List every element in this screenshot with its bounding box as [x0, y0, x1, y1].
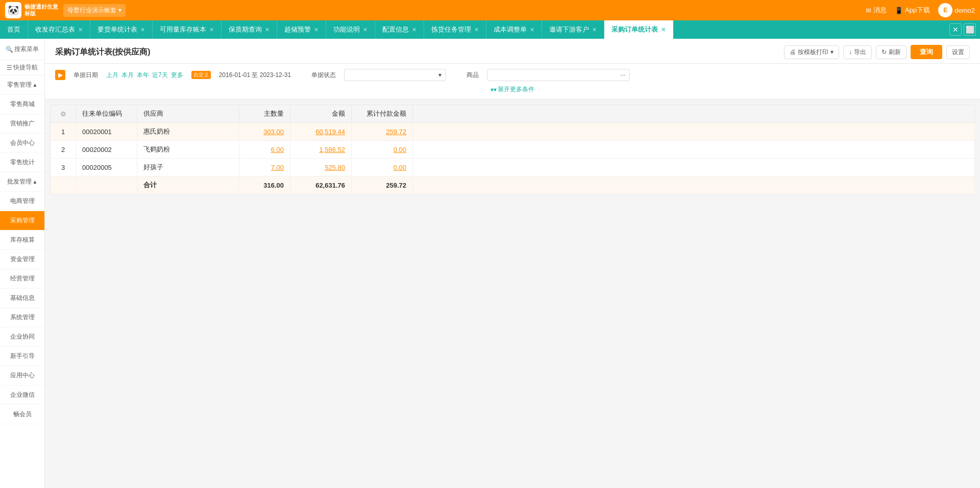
sidebar-item-member[interactable]: 会员中心 [0, 134, 44, 153]
query-button[interactable]: 查询 [911, 45, 942, 59]
tab-goods-stats[interactable]: 要货单统计表 ✕ [90, 20, 153, 39]
app-download-button[interactable]: 📱 App下载 [895, 6, 930, 15]
export-button[interactable]: ↓ 导出 [843, 45, 872, 59]
user-avatar-area[interactable]: E demo2 [938, 3, 975, 17]
app-icon: 📱 [895, 7, 903, 14]
tab-expiry-query[interactable]: 保质期查询 ✕ [222, 20, 277, 39]
expand-icon: ▾▾ [491, 86, 497, 93]
workspace-selector[interactable]: 母婴行业演示账套 ▾ [63, 4, 126, 17]
table-container: ⚙ 往来单位编码 供应商 主数量 金额 累计付款金额 1 00020001 惠氏… [45, 99, 980, 488]
sidebar-item-inventory[interactable]: 库存核算 [0, 230, 44, 250]
cell-num-1: 2 [51, 141, 76, 159]
close-tab-overstock-alert[interactable]: ✕ [314, 27, 318, 33]
cell-amount-0: 60,519.44 [290, 123, 352, 141]
maximize-button[interactable]: ⬜ [964, 23, 976, 36]
sidebar-item-app-center[interactable]: 应用中心 [0, 366, 44, 386]
sidebar-item-finance[interactable]: 资金管理 [0, 250, 44, 269]
print-button[interactable]: 🖨 按模板打印 ▾ [784, 45, 839, 59]
column-settings-icon[interactable]: ⚙ [60, 110, 66, 118]
cell-num-2: 3 [51, 159, 76, 176]
close-tab-config-info[interactable]: ✕ [412, 27, 416, 33]
tab-purchase-stats[interactable]: 采购订单统计表 ✕ [604, 20, 673, 39]
tab-available-stock[interactable]: 可用量库存账本 ✕ [153, 20, 222, 39]
cell-amount-2: 525.80 [290, 159, 352, 176]
close-tab-collect-pay[interactable]: ✕ [78, 27, 83, 33]
collapse-filter-button[interactable]: ▶ [55, 70, 65, 80]
close-tab-invite-customer[interactable]: ✕ [592, 27, 597, 33]
avatar-initials: E [943, 7, 947, 14]
search-menu-button[interactable]: 🔍 搜索菜单 [3, 43, 41, 56]
col-header-paid: 累计付款金额 [352, 105, 413, 123]
tab-cost-adjust[interactable]: 成本调整单 ✕ [486, 20, 542, 39]
table-row[interactable]: 2 00020002 飞鹤奶粉 6.00 1,586.52 0.00 [51, 141, 975, 159]
status-select[interactable]: ▾ [344, 69, 446, 81]
col-header-code: 往来单位编码 [76, 105, 137, 123]
sidebar-item-marketing[interactable]: 营销推广 [0, 114, 44, 134]
close-tab-func-desc[interactable]: ✕ [363, 27, 368, 33]
table-row[interactable]: 1 00020001 惠氏奶粉 303.00 60,519.44 259.72 [51, 123, 975, 141]
cell-qty-0: 303.00 [239, 123, 290, 141]
shortcut-last-month[interactable]: 上月 [106, 71, 118, 80]
table-row[interactable]: 3 00020005 好孩子 7.00 525.80 0.00 [51, 159, 975, 176]
tab-invite-customer[interactable]: 邀请下游客户 ✕ [542, 20, 604, 39]
sidebar-item-basic[interactable]: 基础信息 [0, 289, 44, 308]
quick-nav-button[interactable]: ☰ 快捷导航 [0, 60, 44, 75]
filter-expand-row: ▾▾ 展开更多条件 [55, 85, 970, 94]
tab-home[interactable]: 首页 [0, 20, 28, 39]
filter-row-1: ▶ 单据日期 上月 本月 本年 近7天 更多 自定义 2016-01-01 至 … [55, 69, 970, 81]
tab-config-info[interactable]: 配置信息 ✕ [375, 20, 424, 39]
refresh-button[interactable]: ↻ 刷新 [876, 45, 906, 59]
shortcut-more[interactable]: 更多 [171, 71, 183, 80]
tab-collect-pay[interactable]: 收发存汇总表 ✕ [28, 20, 90, 39]
close-tab-button[interactable]: ✕ [949, 23, 962, 36]
sidebar-item-wechat[interactable]: 企业微信 [0, 386, 44, 405]
sidebar-item-purchase[interactable]: 采购管理 [0, 211, 44, 230]
footer-extra [413, 176, 975, 194]
page-header: 采购订单统计表(按供应商) 🖨 按模板打印 ▾ ↓ 导出 ↻ 刷新 查询 设置 [45, 39, 980, 64]
logo-icon: 🐼 [5, 2, 21, 18]
close-tab-cost-adjust[interactable]: ✕ [530, 27, 534, 33]
col-header-qty: 主数量 [239, 105, 290, 123]
footer-amount: 62,631.76 [290, 176, 352, 194]
date-label: 单据日期 [74, 71, 98, 80]
sidebar-item-retail[interactable]: 零售管理 ▲ [0, 75, 44, 95]
settings-button[interactable]: 设置 [946, 45, 970, 59]
sidebar-item-ops[interactable]: 经营管理 [0, 269, 44, 289]
tab-overstock-alert[interactable]: 超储预警 ✕ [277, 20, 326, 39]
tab-func-desc[interactable]: 功能说明 ✕ [326, 20, 375, 39]
col-header-supplier: 供应商 [137, 105, 239, 123]
chevron-down-icon: ▾ [118, 7, 121, 14]
shortcut-7days[interactable]: 近7天 [152, 71, 168, 80]
sidebar-item-vip[interactable]: 畅会员 [0, 405, 44, 424]
page-header-actions: 🖨 按模板打印 ▾ ↓ 导出 ↻ 刷新 查询 设置 [784, 45, 970, 59]
tab-pick-task[interactable]: 拣货任务管理 ✕ [424, 20, 486, 39]
custom-badge: 自定义 [191, 71, 211, 79]
sidebar-item-retail-stats[interactable]: 零售统计 [0, 153, 44, 172]
close-tab-goods-stats[interactable]: ✕ [140, 27, 145, 33]
sidebar-item-retail-mall[interactable]: 零售商城 [0, 95, 44, 114]
expand-filter-button[interactable]: ▾▾ 展开更多条件 [491, 85, 534, 94]
shortcut-this-year[interactable]: 本年 [137, 71, 149, 80]
cell-paid-0: 259.72 [352, 123, 413, 141]
sidebar-item-guide[interactable]: 新手引导 [0, 347, 44, 366]
content-area: 采购订单统计表(按供应商) 🖨 按模板打印 ▾ ↓ 导出 ↻ 刷新 查询 设置 [45, 39, 980, 488]
cell-extra-1 [413, 141, 975, 159]
nav-icon: ☰ [7, 64, 12, 71]
shortcut-this-month[interactable]: 本月 [121, 71, 134, 80]
cell-supplier-1: 飞鹤奶粉 [137, 141, 239, 159]
goods-input[interactable]: ··· [487, 69, 630, 81]
message-icon: ✉ [866, 7, 871, 14]
cell-extra-2 [413, 159, 975, 176]
close-tab-pick-task[interactable]: ✕ [474, 27, 479, 33]
message-button[interactable]: ✉ 消息 [866, 6, 887, 15]
close-tab-purchase-stats[interactable]: ✕ [661, 27, 666, 33]
cell-amount-1: 1,586.52 [290, 141, 352, 159]
sidebar-item-collab[interactable]: 企业协同 [0, 327, 44, 347]
avatar: E [938, 3, 952, 17]
sidebar-item-ecommerce[interactable]: 电商管理 [0, 192, 44, 211]
sidebar-item-wholesale[interactable]: 批发管理 ▲ [0, 172, 44, 192]
close-tab-available-stock[interactable]: ✕ [209, 27, 214, 33]
cell-qty-2: 7.00 [239, 159, 290, 176]
sidebar-item-system[interactable]: 系统管理 [0, 308, 44, 327]
close-tab-expiry-query[interactable]: ✕ [265, 27, 270, 33]
